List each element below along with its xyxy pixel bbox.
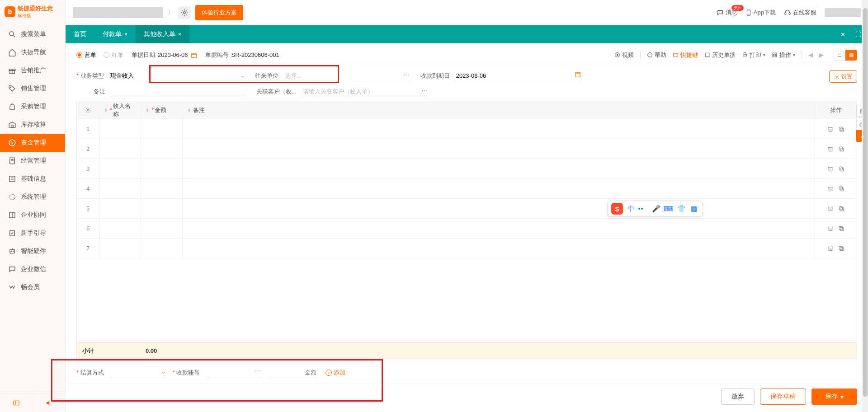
sidebar-item-search-menu[interactable]: 搜索菜单 — [0, 25, 65, 43]
settlement-method-select[interactable]: ⌵ — [111, 367, 165, 378]
delete-row-button[interactable] — [827, 186, 834, 192]
table-row[interactable]: 4 — [77, 179, 857, 199]
cell-income-name[interactable] — [99, 179, 141, 198]
cell-income-name[interactable] — [99, 219, 141, 238]
copy-row-button[interactable] — [838, 245, 844, 252]
delete-row-button[interactable] — [827, 146, 834, 152]
col-remark[interactable]: ▲▼备注 — [183, 101, 815, 119]
sidebar-item-member[interactable]: 畅会员 — [0, 278, 65, 296]
delete-row-button[interactable] — [827, 245, 834, 252]
table-row[interactable]: 3 — [77, 159, 857, 179]
cell-income-name[interactable] — [99, 159, 141, 178]
table-row[interactable]: 7 — [77, 239, 857, 258]
tab-fullscreen-button[interactable]: ⛶ — [852, 28, 864, 41]
sidebar-item-sales[interactable]: 销售管理 — [0, 80, 65, 98]
sidebar-item-funds[interactable]: ¥资金管理 — [0, 134, 65, 152]
remark-input[interactable] — [110, 86, 245, 97]
due-date-input[interactable] — [454, 70, 581, 81]
ime-punct[interactable] — [638, 208, 648, 210]
copy-row-button[interactable] — [838, 225, 844, 232]
delete-row-button[interactable] — [827, 225, 834, 232]
copy-row-button[interactable] — [838, 146, 844, 152]
sidebar-item-guide[interactable]: 新手引导 — [0, 224, 65, 242]
app-download-button[interactable]: App下载 — [745, 9, 776, 17]
cell-remark[interactable] — [183, 119, 815, 139]
prev-doc-button[interactable]: ◀ — [808, 52, 813, 58]
col-amount[interactable]: ▲▼*金额 — [141, 101, 183, 119]
table-row[interactable]: 6 — [77, 219, 857, 239]
calendar-icon[interactable] — [191, 52, 197, 58]
cell-amount[interactable] — [141, 139, 183, 159]
cell-amount[interactable] — [141, 159, 183, 178]
ime-lang[interactable]: 中 — [626, 205, 636, 213]
ime-skin-icon[interactable]: 👕 — [676, 205, 686, 213]
biz-type-input[interactable] — [108, 70, 244, 81]
sidebar-expand-button[interactable] — [0, 393, 33, 412]
table-row[interactable]: 5 — [77, 199, 857, 219]
cell-amount[interactable] — [141, 179, 183, 198]
sidebar-item-operating[interactable]: 经营管理 — [0, 152, 65, 170]
shortcut-button[interactable]: 快捷键 — [673, 51, 698, 59]
setup-button[interactable]: 设置 — [829, 70, 857, 83]
col-income-name[interactable]: ▲▼*收入名称 — [99, 101, 141, 119]
cell-remark[interactable] — [183, 179, 815, 198]
cell-remark[interactable] — [183, 139, 815, 159]
delete-row-button[interactable] — [827, 166, 834, 172]
ellipsis-icon[interactable]: ⋯ — [403, 71, 410, 78]
customer-service-button[interactable]: 在线客服 — [784, 9, 816, 17]
save-button[interactable]: 保存▾ — [811, 389, 857, 405]
tab-close-all-button[interactable]: ✕ — [836, 28, 849, 41]
table-row[interactable]: 2 — [77, 139, 857, 159]
print-button[interactable]: 打印▾ — [742, 51, 765, 59]
ime-keyboard-icon[interactable]: ⌨ — [664, 205, 674, 213]
close-icon[interactable]: × — [124, 31, 127, 37]
radio-blue[interactable]: 蓝单 — [76, 51, 96, 59]
close-icon[interactable]: × — [178, 31, 181, 37]
copy-row-button[interactable] — [838, 166, 844, 172]
side-tool-layers[interactable]: ▤ — [856, 105, 868, 117]
cell-amount[interactable] — [141, 199, 183, 218]
rel-customer-input[interactable] — [301, 86, 428, 97]
add-settlement-button[interactable]: +添加 — [326, 369, 345, 377]
discard-button[interactable]: 放弃 — [721, 389, 755, 405]
messages-button[interactable]: 消息 99+ — [717, 9, 737, 17]
copy-row-button[interactable] — [838, 186, 844, 192]
sidebar-item-marketing[interactable]: 营销推广 — [0, 61, 65, 80]
cell-remark[interactable] — [183, 239, 815, 258]
settings-button[interactable] — [178, 6, 191, 19]
settlement-account-select[interactable]: ⋯ — [207, 367, 261, 378]
cell-remark[interactable] — [183, 199, 815, 218]
sidebar-item-inventory[interactable]: 库存核算 — [0, 116, 65, 134]
tab-payment[interactable]: 付款单× — [94, 25, 136, 43]
settlement-amount-input[interactable] — [269, 368, 318, 377]
view-card-button[interactable]: ▦ — [845, 50, 857, 61]
table-row[interactable]: 1 — [77, 119, 857, 139]
cell-amount[interactable] — [141, 119, 183, 139]
video-button[interactable]: 视频 — [614, 51, 634, 59]
ime-toolbox-icon[interactable]: ▦ — [689, 205, 699, 213]
cell-amount[interactable] — [141, 219, 183, 238]
sidebar-sound-button[interactable] — [33, 393, 66, 412]
delete-row-button[interactable] — [827, 126, 834, 132]
history-button[interactable]: 历史单据 — [704, 51, 736, 59]
tab-other-income[interactable]: 其他收入单× — [136, 25, 189, 43]
ellipsis-icon[interactable]: ⋯ — [421, 87, 428, 94]
help-button[interactable]: 帮助 — [647, 51, 666, 59]
col-gear[interactable] — [77, 101, 99, 119]
cell-income-name[interactable] — [99, 139, 141, 159]
doc-date-value[interactable]: 2023-06-06 — [158, 52, 188, 58]
cell-remark[interactable] — [183, 219, 815, 238]
delete-row-button[interactable] — [827, 206, 834, 212]
side-tool-expand[interactable]: ⤢ — [856, 130, 868, 142]
copy-row-button[interactable] — [838, 126, 844, 132]
sidebar-item-collab[interactable]: 企业协同 — [0, 206, 65, 224]
cell-amount[interactable] — [141, 239, 183, 258]
tab-home[interactable]: 首页 — [66, 25, 94, 43]
cell-income-name[interactable] — [99, 119, 141, 139]
radio-red[interactable]: 红单 — [104, 51, 123, 59]
cell-income-name[interactable] — [99, 239, 141, 258]
sidebar-item-purchase[interactable]: 采购管理 — [0, 98, 65, 116]
org-dropdown-caret[interactable]: 〉 — [168, 9, 174, 17]
ime-voice-icon[interactable]: 🎤 — [651, 205, 661, 213]
sidebar-item-baseinfo[interactable]: 基础信息 — [0, 170, 65, 188]
